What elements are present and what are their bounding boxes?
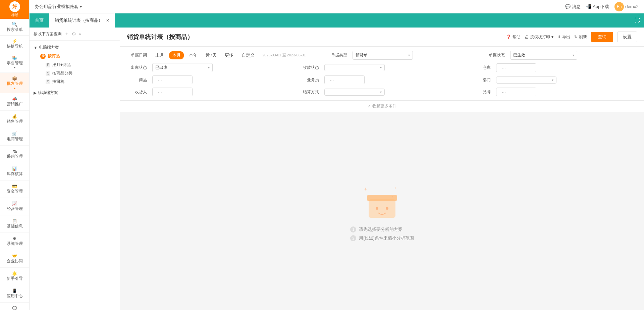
- app-logo: 好 标版: [0, 0, 30, 19]
- empty-state: ✦ ✦ ✦ 1 请先选择要分析的方案 2 用[过滤]条件来缩小分析范围: [120, 112, 644, 310]
- inventory-icon: 📊: [12, 166, 17, 171]
- template-print-button[interactable]: 🖨 按模板打印 ▾: [525, 34, 553, 40]
- warehouse-label: 仓库: [471, 65, 491, 70]
- department-select[interactable]: ▾: [496, 76, 556, 84]
- query-button[interactable]: 查询: [591, 32, 613, 42]
- warehouse-dots-icon[interactable]: ···: [502, 65, 506, 70]
- left-panel-title: 按以下方案查询: [34, 31, 62, 37]
- date-cur-month-btn[interactable]: 本月: [169, 51, 184, 59]
- date-range-display: 2023-03-01 至 2023-03-31: [262, 53, 306, 58]
- chevron-down-icon: ▾: [14, 66, 15, 69]
- sidebar-item-sales[interactable]: 💰 销售管理: [0, 111, 29, 128]
- salesman-control: ···: [324, 75, 466, 84]
- sidebar-item-ecommerce[interactable]: 🛒 电商管理: [0, 128, 29, 146]
- date-more-btn[interactable]: 更多: [222, 51, 236, 59]
- sidebar-item-marketing[interactable]: 📣 营销推广: [0, 93, 29, 111]
- brand-label: 品牌: [471, 89, 491, 95]
- tree-item-by-month-product[interactable]: 月 按月+商品: [34, 61, 116, 69]
- date-label: 单据日期: [127, 52, 147, 58]
- dropdown-arrow-icon[interactable]: ▾: [80, 4, 82, 9]
- collection-label: 收款状态: [299, 65, 319, 70]
- brand-input[interactable]: ···: [496, 88, 536, 96]
- sidebar-item-wholesale[interactable]: 📦 批发管理 ▴: [0, 73, 29, 93]
- sales-icon: 💰: [12, 114, 17, 119]
- sidebar-item-guide[interactable]: 🌟 新手引导: [0, 268, 29, 285]
- sidebar-quick-nav[interactable]: ⚡ 快捷导航: [0, 36, 29, 52]
- salesman-dots-icon[interactable]: ···: [330, 77, 334, 83]
- tab-expand[interactable]: ⛶: [631, 13, 644, 28]
- tab-bar: 首页 销货单统计表（按商品） ✕ ⛶: [30, 13, 644, 28]
- help-button[interactable]: ❓ 帮助: [506, 34, 521, 40]
- tree-item-by-category[interactable]: 分 按商品分类: [34, 69, 116, 78]
- svg-text:✦: ✦: [364, 187, 368, 192]
- doc-type-select[interactable]: 销货单 ▾: [353, 51, 413, 60]
- sidebar-search[interactable]: 🔍 搜索菜单: [0, 19, 29, 36]
- settlement-control: ▾: [324, 89, 466, 96]
- export-button[interactable]: ⬆ 导出: [557, 34, 570, 40]
- settings-button[interactable]: 设置: [617, 32, 637, 42]
- out-status-select[interactable]: 已出库 ▾: [152, 63, 213, 72]
- out-status-control: 已出库 ▾: [152, 63, 293, 72]
- tab-close-icon[interactable]: ✕: [106, 18, 109, 23]
- settlement-label: 结算方式: [299, 89, 319, 95]
- filter-row-1: 单据日期 上月 本月 本年 近7天 更多 自定义 2023-03-01 至 20…: [127, 51, 637, 60]
- product-label: 商品: [127, 77, 147, 83]
- print-icon: 🖨: [525, 35, 529, 39]
- sidebar-item-finance[interactable]: 💳 资金管理: [0, 180, 29, 198]
- date-prev-month-btn[interactable]: 上月: [152, 51, 167, 59]
- sidebar-item-inventory[interactable]: 📊 库存核算: [0, 163, 29, 180]
- finance-icon: 💳: [12, 184, 17, 189]
- sidebar-item-purchase[interactable]: 🛍 采购管理: [0, 146, 29, 163]
- sidebar-item-system[interactable]: ⚙ 系统管理: [0, 233, 29, 250]
- app-download-button[interactable]: 📲 App下载: [586, 4, 609, 10]
- sidebar-item-app-center[interactable]: 📱 应用中心: [0, 285, 29, 303]
- refresh-button[interactable]: ↻ 刷新: [574, 34, 587, 40]
- export-icon: ⬆: [557, 35, 561, 39]
- tree-item-by-product[interactable]: 按 按商品: [34, 52, 116, 61]
- date-custom-btn[interactable]: 自定义: [238, 51, 258, 59]
- sidebar-item-basic[interactable]: 📋 基础信息: [0, 215, 29, 233]
- tab-home[interactable]: 首页: [30, 13, 49, 28]
- scheme-tree: ▼ 电脑端方案 按 按商品 月 按月+商品 分 按商品分类 司 按司: [30, 41, 120, 100]
- doc-status-label: 单据状态: [485, 52, 505, 58]
- salesman-input[interactable]: ···: [324, 75, 365, 84]
- user-avatar[interactable]: Ea demo2: [614, 2, 639, 11]
- page-title: 销货单统计表（按商品）: [127, 33, 193, 41]
- step-num-1: 1: [350, 226, 356, 232]
- step-num-2: 2: [350, 235, 356, 241]
- settlement-select[interactable]: ▾: [324, 89, 385, 96]
- tree-item-by-division[interactable]: 司 按司机: [34, 78, 116, 86]
- purchase-icon: 🛍: [13, 149, 17, 154]
- receiver-input[interactable]: ···: [152, 88, 193, 96]
- tab-report[interactable]: 销货单统计表（按商品） ✕: [49, 13, 115, 28]
- doc-status-select[interactable]: 已生效 ▾: [510, 51, 577, 60]
- settings-scheme-button[interactable]: ⚙: [72, 31, 76, 37]
- marketing-icon: 📣: [12, 97, 17, 101]
- date-recent7-btn[interactable]: 近7天: [203, 51, 220, 59]
- page-actions: ❓ 帮助 🖨 按模板打印 ▾ ⬆ 导出 ↻: [506, 32, 637, 42]
- sidebar-item-wechat[interactable]: 💬 企业微信: [0, 303, 29, 310]
- tree-category-desktop[interactable]: ▼ 电脑端方案: [34, 43, 116, 52]
- collection-select[interactable]: ▾: [324, 64, 385, 71]
- collapse-panel-button[interactable]: «: [79, 31, 82, 37]
- date-cur-year-btn[interactable]: 本年: [186, 51, 201, 59]
- collapse-bar[interactable]: ∧ 收起更多条件: [120, 101, 644, 112]
- sidebar-item-enterprise[interactable]: 🤝 企业协同: [0, 250, 29, 268]
- brand-dots-icon[interactable]: ···: [502, 89, 506, 95]
- filter-row-4: 收货人 ··· 结算方式 ▾ 品牌: [127, 88, 637, 96]
- doc-status-control: 已生效 ▾: [510, 51, 637, 60]
- sidebar-item-retail[interactable]: 🏪 零售管理 ▾: [0, 52, 29, 73]
- product-input[interactable]: ···: [152, 75, 193, 84]
- warehouse-input[interactable]: ···: [496, 63, 536, 72]
- filter-row-2: 出库状态 已出库 ▾ 收款状态 ▾ 仓库: [127, 63, 637, 72]
- product-control: ···: [152, 75, 293, 84]
- tree-category-mobile[interactable]: ▶ 移动端方案: [34, 89, 116, 97]
- product-dots-icon[interactable]: ···: [158, 77, 162, 83]
- add-scheme-button[interactable]: ＋: [64, 31, 69, 37]
- receiver-dots-icon[interactable]: ···: [158, 89, 162, 95]
- top-header: 办公用品行业模拟账套 ▾ 💬 消息 📲 App下载 Ea demo2: [30, 0, 644, 13]
- content-area: 按以下方案查询 ＋ ⚙ « ▼ 电脑端方案 按 按商品 月 按月+商品: [30, 28, 644, 310]
- message-button[interactable]: 💬 消息: [565, 4, 581, 10]
- app-center-icon: 📱: [12, 289, 17, 293]
- sidebar-item-operations[interactable]: 📈 经营管理: [0, 198, 29, 215]
